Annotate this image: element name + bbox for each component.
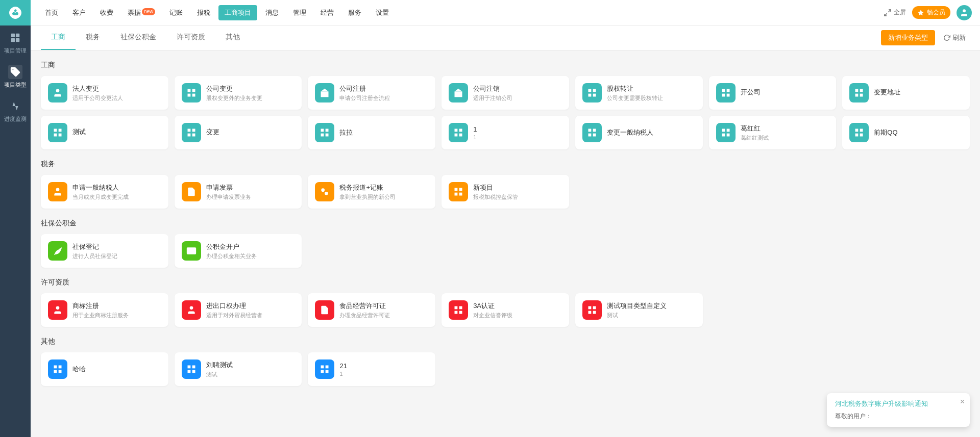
- card-company-cancel[interactable]: 公司注销 适用于注销公司: [442, 76, 569, 110]
- card-lala[interactable]: 拉拉: [308, 116, 435, 149]
- card-name: 公司注销: [473, 84, 562, 93]
- card-text: 食品经营许可证 办理食品经营许可证: [339, 301, 428, 319]
- card-food-license[interactable]: 食品经营许可证 办理食品经营许可证: [308, 293, 435, 327]
- card-desc: 适用于注销公司: [473, 94, 562, 102]
- card-icon: [48, 241, 67, 261]
- card-desc: 办理公积金相关业务: [206, 252, 295, 260]
- card-name: 哈哈: [72, 365, 161, 374]
- sidebar-item-project-type[interactable]: 项目类型: [0, 60, 31, 94]
- card-company-change[interactable]: 公司变更 股权变更外的业务变更: [175, 76, 302, 110]
- address-icon: [854, 88, 864, 98]
- card-desc: 1: [473, 134, 562, 140]
- card-desc: 葛红红测试: [741, 134, 829, 142]
- card-twenty-one[interactable]: 21 1: [308, 352, 435, 386]
- card-icon: [716, 123, 736, 142]
- nav-industrial[interactable]: 工商项目: [218, 5, 257, 20]
- nav-bookkeeping[interactable]: 记账: [163, 5, 189, 20]
- tab-other[interactable]: 其他: [215, 25, 250, 50]
- tab-bar-right: 新增业务类型 刷新: [881, 30, 970, 45]
- nav-message[interactable]: 消息: [259, 5, 285, 20]
- refresh-button[interactable]: 刷新: [939, 30, 970, 45]
- notification-close-button[interactable]: ×: [960, 397, 965, 406]
- card-one[interactable]: 1 1: [442, 116, 569, 149]
- card-open-company[interactable]: 开公司: [709, 76, 837, 110]
- tab-bar-left: 工商 税务 社保公积金 许可资质 其他: [41, 25, 250, 50]
- sidebar-item-project-manage[interactable]: 项目管理: [0, 25, 31, 60]
- sidebar-item-progress-monitor[interactable]: 进度监测: [0, 94, 31, 128]
- card-tax-bookkeep[interactable]: 税务报道+记账 拿到营业执照的新公司: [308, 175, 435, 209]
- card-gehonghong[interactable]: 葛红红 葛红红测试: [709, 116, 837, 149]
- app-logo[interactable]: [0, 0, 31, 25]
- card-text: 21 1: [339, 362, 428, 377]
- svg-rect-77: [54, 366, 57, 369]
- card-name: 公司注册: [339, 84, 428, 93]
- card-equity-transfer[interactable]: 股权转让 公司变更需要股权转让: [575, 76, 703, 110]
- card-trademark[interactable]: 商标注册 用于企业商标注册服务: [41, 293, 168, 327]
- card-test[interactable]: 测试: [41, 116, 168, 149]
- notification-title: 河北税务数字账户升级影响通知: [835, 399, 962, 408]
- svg-rect-19: [593, 94, 596, 97]
- tab-industrial[interactable]: 工商: [41, 25, 76, 50]
- svg-rect-80: [59, 370, 62, 373]
- card-text: 进出口权办理 适用于对外贸易经营者: [206, 301, 295, 319]
- svg-rect-33: [192, 129, 195, 132]
- svg-rect-29: [59, 129, 62, 132]
- card-apply-taxpayer[interactable]: 申请一般纳税人 当月或次月成变更完成: [41, 175, 168, 209]
- nav-manage[interactable]: 管理: [287, 5, 312, 20]
- card-haha[interactable]: 哈哈: [41, 352, 168, 386]
- tab-permit[interactable]: 许可资质: [166, 25, 215, 50]
- avatar[interactable]: [957, 5, 972, 20]
- nav-operation[interactable]: 经营: [314, 5, 340, 20]
- card-text: 社保登记 进行人员社保登记: [72, 242, 161, 260]
- svg-rect-17: [593, 89, 596, 92]
- card-social-register[interactable]: 社保登记 进行人员社保登记: [41, 234, 168, 268]
- other-cards: 哈哈 刘聘测试 测试 21: [41, 352, 970, 386]
- card-icon: [315, 182, 334, 201]
- new-business-button[interactable]: 新增业务类型: [881, 30, 935, 45]
- svg-rect-12: [321, 92, 329, 97]
- card-new-project[interactable]: 新项目 报税加税控盘保管: [442, 175, 569, 209]
- svg-point-57: [322, 188, 325, 192]
- card-text: 刘聘测试 测试: [206, 361, 295, 378]
- section-title-other: 其他: [41, 337, 970, 346]
- nav-service[interactable]: 服务: [342, 5, 368, 20]
- card-liupeng-test[interactable]: 刘聘测试 测试: [175, 352, 302, 386]
- card-icon-legal-change: [48, 83, 67, 102]
- nav-home[interactable]: 首页: [39, 5, 64, 20]
- test-icon: [587, 305, 597, 315]
- card-name: 申请一般纳税人: [72, 183, 161, 192]
- svg-rect-88: [326, 370, 329, 373]
- svg-rect-86: [326, 366, 329, 369]
- nav-settings[interactable]: 设置: [370, 5, 395, 20]
- card-import-export[interactable]: 进出口权办理 适用于对外贸易经营者: [175, 293, 302, 327]
- card-test-type[interactable]: 测试项目类型自定义 测试: [575, 293, 703, 327]
- import-icon: [186, 305, 197, 315]
- card-icon: [48, 123, 67, 142]
- svg-rect-18: [588, 94, 591, 97]
- card-change-taxpayer[interactable]: 变更一般纳税人: [575, 116, 703, 149]
- tab-tax[interactable]: 税务: [76, 25, 110, 50]
- member-button[interactable]: 畅会员: [912, 6, 950, 19]
- svg-line-5: [885, 13, 887, 16]
- card-change-address[interactable]: 变更地址: [842, 76, 970, 110]
- svg-rect-52: [855, 129, 859, 132]
- card-3a-cert[interactable]: 3A认证 对企业信誉评级: [442, 293, 569, 327]
- tab-social-fund[interactable]: 社保公积金: [110, 25, 166, 50]
- card-name: 公司变更: [206, 84, 295, 93]
- nav-customer[interactable]: 客户: [66, 5, 92, 20]
- card-change[interactable]: 变更: [175, 116, 302, 149]
- card-fund-account[interactable]: 公积金开户 办理公积金相关业务: [175, 234, 302, 268]
- section-title-tax: 税务: [41, 160, 970, 169]
- nav-ticket[interactable]: 票据new: [121, 5, 161, 20]
- card-name: 税务报道+记账: [339, 183, 428, 192]
- card-icon: [182, 359, 201, 379]
- trademark-icon: [53, 305, 63, 315]
- card-front-qq[interactable]: 前期QQ: [842, 116, 970, 149]
- card-company-register[interactable]: 公司注册 申请公司注册全流程: [308, 76, 435, 110]
- fullscreen-btn[interactable]: 全屏: [884, 8, 906, 17]
- card-legal-change[interactable]: 法人变更 适用于公司变更法人: [41, 76, 168, 110]
- svg-point-56: [56, 188, 60, 192]
- nav-billing[interactable]: 收费: [94, 5, 119, 20]
- card-apply-invoice[interactable]: 申请发票 办理申请发票业务: [175, 175, 302, 209]
- nav-tax[interactable]: 报税: [191, 5, 216, 20]
